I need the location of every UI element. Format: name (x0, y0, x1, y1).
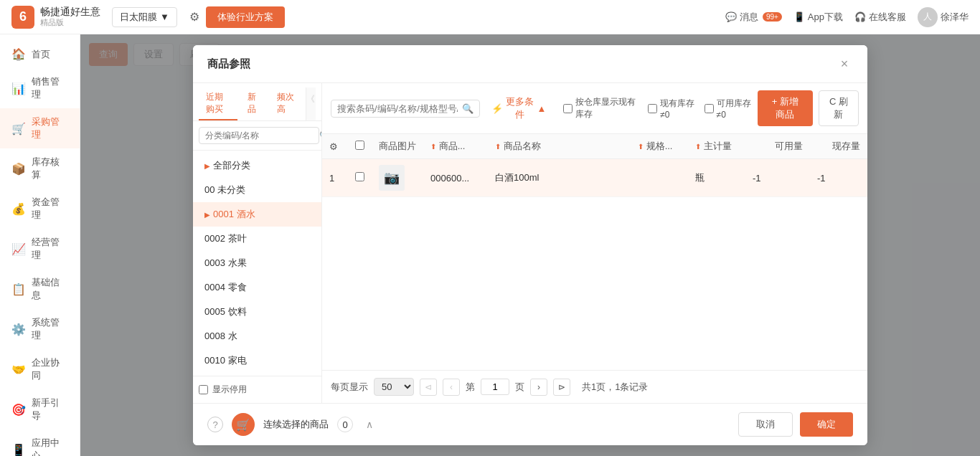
checkbox-stock[interactable] (648, 104, 657, 113)
last-page-btn[interactable]: ⊳ (553, 379, 570, 396)
col-stock: 现存量 (810, 134, 867, 159)
footer-actions: 取消 确定 (738, 412, 853, 437)
checkbox-avail-label[interactable]: 可用库存≠0 (705, 98, 752, 120)
refresh-btn[interactable]: C 刷新 (819, 90, 859, 126)
nav-right: 💬 消息 99+ 📱 App下载 🎧 在线客服 人 徐泽华 (725, 7, 969, 27)
per-page-select[interactable]: 50 10 20 100 (374, 378, 414, 396)
message-icon: 💬 (725, 11, 737, 22)
help-btn[interactable]: ? (207, 417, 223, 432)
cat-label-0008: 0008 水 (204, 330, 237, 343)
filter-arrow-icon: ▲ (537, 103, 546, 114)
sidebar-item-apps[interactable]: 📱 应用中心 (0, 429, 80, 456)
cat-item-0002[interactable]: 0002 茶叶 (193, 227, 321, 251)
sidebar-item-inventory[interactable]: 📦 库存核算 (0, 148, 80, 189)
sidebar-label-collab: 企业协同 (32, 356, 68, 382)
show-disabled-label[interactable]: 显示停用 (199, 384, 316, 396)
sidebar-label-operation: 经营管理 (32, 236, 68, 262)
cat-item-0010[interactable]: 0010 家电 (193, 348, 321, 373)
system-icon: ⚙️ (11, 323, 26, 336)
category-search-input[interactable] (199, 127, 319, 144)
sidebar-item-system[interactable]: ⚙️ 系统管理 (0, 309, 80, 349)
finance-icon: 💰 (11, 202, 26, 216)
checkbox-warehouse-label[interactable]: 按仓库显示现有库存 (563, 96, 639, 120)
sidebar-item-guide[interactable]: 🎯 新手引导 (0, 389, 80, 429)
online-service-label: 在线客服 (869, 11, 906, 24)
cat-item-0008[interactable]: 0008 水 (193, 324, 321, 348)
user-info[interactable]: 人 徐泽华 (918, 7, 969, 27)
cat-item-00[interactable]: 00 未分类 (193, 178, 321, 202)
cat-item-0003[interactable]: 0003 水果 (193, 251, 321, 275)
cart-icon[interactable]: 🛒 (232, 413, 255, 436)
cat-item-0005[interactable]: 0005 饮料 (193, 300, 321, 324)
sidebar-item-sales[interactable]: 📊 销售管理 (0, 68, 80, 108)
prev-page-btn[interactable]: ‹ (443, 379, 460, 396)
col-settings[interactable]: ⚙ (322, 134, 348, 159)
col-name[interactable]: ⬆ 商品名称 (488, 134, 631, 159)
row-checkbox[interactable] (355, 172, 364, 181)
logo-icon: 6 (11, 6, 34, 29)
message-badge: 99+ (763, 12, 782, 22)
confirm-btn[interactable]: 确定 (800, 412, 853, 437)
cell-img: 📷 (372, 159, 423, 197)
category-list: ▶ 全部分类 00 未分类 ▶ 0001 酒水 0002 茶 (193, 151, 321, 376)
brand-info: 畅捷通好生意 精品版 (40, 6, 100, 29)
col-code[interactable]: ⬆ 商品... (423, 134, 488, 159)
show-disabled-checkbox[interactable] (199, 385, 208, 394)
col-unit[interactable]: ⬆ 主计量 (688, 134, 745, 159)
product-table-wrap: ⚙ 商品图片 ⬆ 商品... (322, 134, 867, 370)
cart-symbol: 🛒 (236, 418, 250, 432)
collapse-btn[interactable]: ∧ (362, 417, 377, 432)
modal-close-btn[interactable]: × (836, 55, 853, 72)
next-page-btn[interactable]: › (530, 379, 547, 396)
first-page-btn[interactable]: ⊲ (420, 379, 437, 396)
sidebar-item-collab[interactable]: 🤝 企业协同 (0, 349, 80, 389)
cat-collapse-btn[interactable]: 《 (306, 87, 316, 120)
checkbox-stock-label[interactable]: 现有库存≠0 (648, 98, 695, 120)
sidebar-label-purchase: 采购管理 (32, 115, 68, 141)
page-input[interactable] (481, 379, 509, 395)
cat-label-0002: 0002 茶叶 (204, 232, 247, 245)
sidebar-item-operation[interactable]: 📈 经营管理 (0, 229, 80, 269)
tab-frequent[interactable]: 频次高 (270, 87, 303, 120)
cat-label-0003: 0003 水果 (204, 257, 247, 270)
tab-recent[interactable]: 近期购买 (199, 87, 237, 120)
cat-arrow-all: ▶ (204, 162, 210, 170)
col-avail: 可用量 (745, 134, 810, 159)
sidebar-item-purchase[interactable]: 🛒 采购管理 (0, 108, 80, 148)
sort-icon-unit: ⬆ (695, 143, 701, 151)
sidebar-label-guide: 新手引导 (32, 396, 68, 422)
user-name: 徐泽华 (941, 11, 969, 24)
product-search-input[interactable] (337, 103, 458, 114)
selected-count: 0 (337, 417, 353, 432)
product-image: 📷 (379, 165, 405, 191)
cell-unit: 瓶 (688, 159, 745, 197)
tab-new[interactable]: 新品 (240, 87, 267, 120)
store-select[interactable]: 日太阳膜 ▼ (112, 7, 177, 27)
sidebar-label-basic: 基础信息 (32, 276, 68, 302)
sidebar-item-home[interactable]: 🏠 首页 (0, 40, 80, 68)
cat-item-all[interactable]: ▶ 全部分类 (193, 153, 321, 178)
sidebar-item-basic[interactable]: 📋 基础信息 (0, 269, 80, 309)
cat-bottom: 显示停用 (193, 376, 321, 403)
col-spec[interactable]: ⬆ 规格... (631, 134, 688, 159)
cat-label-0005: 0005 饮料 (204, 305, 247, 318)
app-download-btn[interactable]: 📱 App下载 (793, 11, 843, 24)
cat-label-0004: 0004 零食 (204, 281, 247, 294)
cat-item-0004[interactable]: 0004 零食 (193, 275, 321, 300)
checkbox-warehouse[interactable] (563, 104, 573, 113)
checkbox-avail[interactable] (705, 104, 714, 113)
cat-item-0001[interactable]: ▶ 0001 酒水 (193, 202, 321, 227)
modal-body: 近期购买 新品 频次高 《 🔍 ▶ 全部分类 (193, 83, 867, 403)
sidebar-item-finance[interactable]: 💰 资金管理 (0, 189, 80, 229)
exp-btn[interactable]: 体验行业方案 (206, 6, 285, 28)
online-service-btn[interactable]: 🎧 在线客服 (854, 11, 906, 24)
settings-icon[interactable]: ⚙ (183, 6, 206, 29)
messages-btn[interactable]: 💬 消息 99+ (725, 11, 782, 24)
modal-title: 商品参照 (207, 57, 250, 71)
cancel-btn[interactable]: 取消 (738, 412, 793, 437)
select-all-checkbox[interactable] (355, 141, 364, 150)
filter-btn[interactable]: ⚡ 更多条件 ▲ (486, 92, 552, 124)
add-product-btn[interactable]: + 新增商品 (758, 90, 813, 126)
search-icon: 🔍 (462, 103, 473, 114)
page-unit-label: 页 (515, 381, 524, 394)
